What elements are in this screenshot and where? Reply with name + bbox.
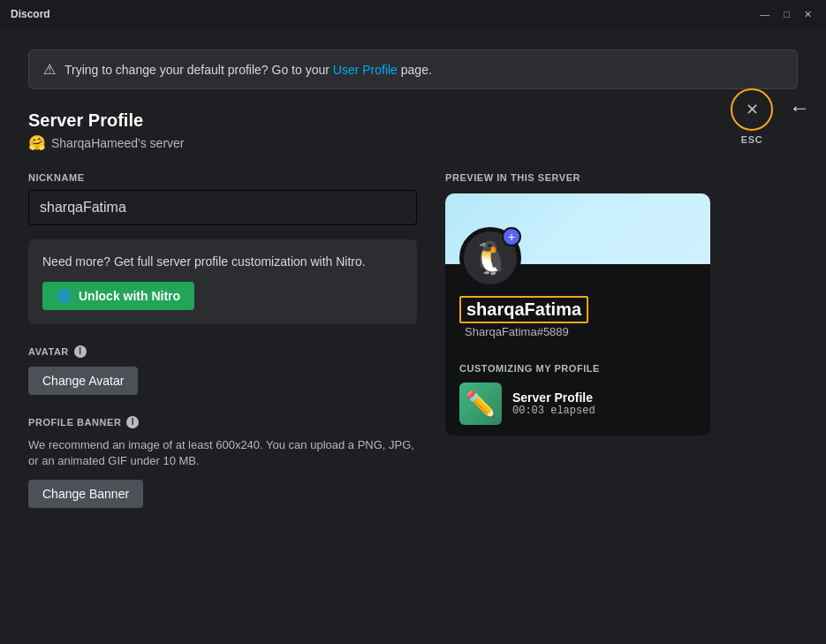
nitro-button-label: Unlock with Nitro [79,289,180,303]
close-icon: ✕ [746,100,759,119]
preview-nickname-wrapper: sharqaFatima [459,296,696,325]
preview-label: PREVIEW IN THIS SERVER [445,172,710,183]
customizing-label: CUSTOMIZING MY PROFILE [459,363,696,374]
notification-banner: ⚠ Trying to change your default profile?… [28,49,798,89]
esc-arrow: ← [789,95,810,120]
server-name-row: 🤗 SharqaHameed's server [28,134,798,151]
avatar-emoji: 🐧 [471,239,511,277]
esc-button[interactable]: ✕ [731,88,773,131]
titlebar: Discord — □ ✕ [0,0,826,28]
form-right: PREVIEW IN THIS SERVER 🐧 + sharqaFatima [445,172,710,529]
avatar-label-text: AVATAR [28,346,69,357]
form-left: NICKNAME Need more? Get full server prof… [28,172,417,529]
user-profile-link[interactable]: User Profile [333,63,398,77]
close-button[interactable]: ✕ [800,9,815,20]
minimize-button[interactable]: — [756,9,773,20]
avatar-upload-area: 🐧 + [459,227,521,289]
main-content: ⚠ Trying to change your default profile?… [0,28,826,644]
avatar-info-icon[interactable]: i [74,345,87,358]
server-emoji: 🤗 [28,134,46,151]
nickname-input[interactable] [28,190,417,225]
activity-name: Server Profile [512,390,595,405]
server-name-text: SharqaHameed's server [51,136,185,150]
preview-nickname: sharqaFatima [459,296,588,323]
unlock-nitro-button[interactable]: 🌀 Unlock with Nitro [42,282,194,310]
activity-time: 00:03 elapsed [512,405,595,417]
banner-section-label: PROFILE BANNER i [28,416,417,428]
preview-card: 🐧 + sharqaFatima SharqaFatima#5889 CUSTO… [445,193,710,436]
esc-button-container: ✕ ESC [731,88,773,145]
notification-text: Trying to change your default profile? G… [64,63,432,77]
activity-icon: ✏️ [459,383,502,425]
nitro-promo-text: Need more? Get full server profile custo… [42,254,403,271]
preview-tag: SharqaFatima#5889 [459,325,696,338]
nitro-promo-card: Need more? Get full server profile custo… [28,239,417,324]
activity-icon-emoji: ✏️ [466,390,496,419]
banner-label-text: PROFILE BANNER [28,417,121,428]
preview-banner: 🐧 + [445,193,710,264]
change-banner-button[interactable]: Change Banner [28,480,143,508]
banner-description: We recommend an image of at least 600x24… [28,437,417,469]
avatar-section-label: AVATAR i [28,345,417,358]
nitro-icon: 🌀 [57,289,72,303]
app-title: Discord [11,8,50,20]
activity-details: Server Profile 00:03 elapsed [512,390,595,417]
maximize-button[interactable]: □ [780,9,793,20]
customizing-section: CUSTOMIZING MY PROFILE ✏️ Server Profile… [445,352,710,436]
form-layout: NICKNAME Need more? Get full server prof… [28,172,798,529]
nickname-label: NICKNAME [28,172,417,183]
warning-icon: ⚠ [43,61,56,78]
esc-label: ESC [741,134,762,145]
page-title: Server Profile [28,110,798,131]
window-controls: — □ ✕ [756,9,815,20]
add-avatar-icon[interactable]: + [502,227,521,246]
change-avatar-button[interactable]: Change Avatar [28,367,138,395]
activity-item: ✏️ Server Profile 00:03 elapsed [459,383,696,425]
banner-info-icon[interactable]: i [126,416,139,428]
